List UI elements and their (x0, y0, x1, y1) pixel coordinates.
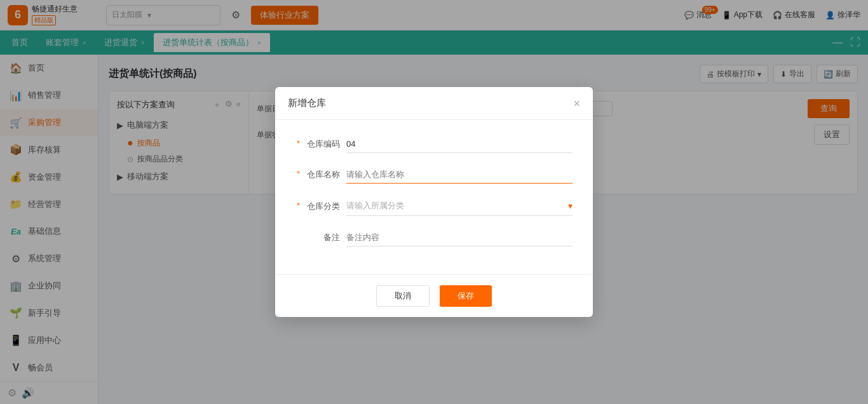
modal-title: 新增仓库 (288, 97, 326, 109)
form-row-category: 仓库分类 请输入所属分类 ▾ (295, 196, 573, 216)
category-placeholder: 请输入所属分类 (346, 200, 404, 212)
category-label: 仓库分类 (295, 201, 346, 212)
modal-header: 新增仓库 × (275, 87, 593, 120)
modal-add-warehouse: 新增仓库 × 仓库编码 仓库名称 仓库分类 请输入所属分类 ▾ (275, 87, 593, 317)
cancel-button[interactable]: 取消 (376, 285, 430, 307)
code-input[interactable] (346, 135, 573, 153)
form-row-code: 仓库编码 (295, 135, 573, 153)
category-dropdown-icon: ▾ (568, 201, 573, 211)
remark-input[interactable] (346, 229, 573, 246)
save-button[interactable]: 保存 (440, 285, 492, 307)
modal-close-button[interactable]: × (573, 98, 580, 109)
name-label: 仓库名称 (295, 169, 346, 180)
form-row-name: 仓库名称 (295, 166, 573, 184)
modal-body: 仓库编码 仓库名称 仓库分类 请输入所属分类 ▾ 备注 (275, 120, 593, 274)
remark-label: 备注 (295, 232, 346, 243)
category-select[interactable]: 请输入所属分类 ▾ (346, 196, 573, 216)
code-label: 仓库编码 (295, 138, 346, 150)
modal-overlay: 新增仓库 × 仓库编码 仓库名称 仓库分类 请输入所属分类 ▾ (0, 0, 868, 404)
form-row-remark: 备注 (295, 229, 573, 246)
modal-footer: 取消 保存 (275, 274, 593, 317)
name-input[interactable] (346, 166, 573, 184)
